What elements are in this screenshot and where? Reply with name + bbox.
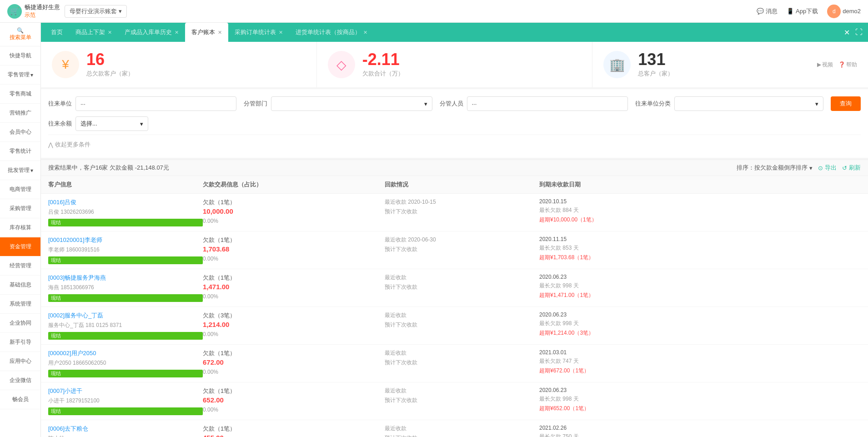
sidebar-item-app-center[interactable]: 应用中心 [0,352,40,371]
sidebar-item-finance[interactable]: 资金管理 [0,237,40,256]
sidebar-item-retail-stats[interactable]: 零售统计 [0,142,40,161]
tab-customer-ledger[interactable]: 客户账本 ✕ [185,23,228,42]
unit-class-input[interactable]: ▾ [674,96,823,111]
sidebar-item-guide[interactable]: 新手引导 [0,333,40,352]
source-unit-label: 往来单位 [48,100,72,108]
search-button[interactable]: 查询 [831,96,861,111]
customer-name-1[interactable]: [0001020001]李老师 [48,236,203,244]
user-avatar-button[interactable]: d demo2 [827,5,861,18]
filter-balance: 往来余额 选择... ▾ [48,116,861,131]
col-header-debt: 欠款交易信息（占比） [203,181,385,189]
table-header: 客户信息 欠款交易信息（占比） 回款情况 到期未收款日期 [41,176,868,194]
video-icon: ▶ [817,61,821,68]
tab-close-icon-4[interactable]: ✕ [279,30,283,35]
tab-close-icon[interactable]: ✕ [108,30,112,35]
tab-purchase-by-product[interactable]: 进货单统计表（按商品） ✕ [289,23,374,42]
sort-label: 排序：按欠款金额倒序排序 [737,164,808,172]
customer-tag-0: 现结 [48,219,203,226]
dept-arrow-icon: ▾ [424,100,427,107]
sort-select[interactable]: 排序：按欠款金额倒序排序 ▾ [737,164,813,172]
tab-purchase-stats[interactable]: 采购订单统计表 ✕ [228,23,289,42]
table-row: [000002]用户2050 用户2050 18665062050 现结 欠款（… [41,345,868,382]
sidebar-item-ecommerce[interactable]: 电商管理 [0,180,40,199]
person-input[interactable]: ··· [467,96,628,111]
sidebar-item-stock[interactable]: 库存核算 [0,218,40,237]
sidebar: 🔍 搜索菜单 快捷导航 零售管理 ▾ 零售商城 营销推广 会员中心 零售统计 [0,23,41,437]
debt-amount-0: 10,000.00 [203,207,385,215]
collapse-button[interactable]: ⋀ 收起更多条件 [48,139,861,151]
store-selector[interactable]: 母婴行业演示账套 ▾ [65,5,127,18]
customer-name-6[interactable]: [0006]去下粮仓 [48,425,203,433]
tab-fullscreen-icon[interactable]: ⛶ [853,28,864,36]
tab-close-all-icon[interactable]: ✕ [842,28,852,37]
customer-name-0[interactable]: [0016]吕俊 [48,198,203,206]
sidebar-item-member[interactable]: 会员中心 [0,123,40,142]
tab-close-icon-5[interactable]: ✕ [363,30,367,35]
sidebar-item-retail-mgmt[interactable]: 零售管理 ▾ [0,65,40,85]
col-header-due: 到期未收款日期 [539,181,861,189]
sidebar-item-retail-mall[interactable]: 零售商城 [0,85,40,104]
due-date-0: 2020.10.15 [539,198,861,205]
filter-area: 往来单位 ··· 分管部门 ▾ [41,89,868,158]
summary-card-total-customers: 🏢 131 总客户（家） ▶ 视频 ❓ 帮助 [592,42,868,87]
customer-name-2[interactable]: [0003]畅捷服务尹海燕 [48,274,203,282]
col-header-customer: 客户信息 [48,181,203,189]
sidebar-search[interactable]: 🔍 搜索菜单 [0,23,40,46]
person-label: 分管人员 [440,100,463,108]
dept-input[interactable]: ▾ [271,96,432,111]
sidebar-item-basic-info[interactable]: 基础信息 [0,276,40,295]
store-name: 母婴行业演示账套 [70,7,117,15]
sidebar-item-wholesale[interactable]: 批发管理 ▾ [0,161,40,180]
message-button[interactable]: 💬 消息 [757,7,778,15]
sidebar-item-enterprise[interactable]: 企业协同 [0,314,40,333]
tab-product-listing[interactable]: 商品上下架 ✕ [69,23,118,42]
filter-source-unit: 往来单位 ··· [48,96,236,111]
debt-info-0: 欠款（1笔） 10,000.00 0.00% [203,198,385,224]
brand-tag: 示范 [25,11,60,19]
export-icon: ⊙ [818,165,823,171]
tab-close-icon-2[interactable]: ✕ [175,30,179,35]
tab-stock-history[interactable]: 产成品入库单历史 ✕ [118,23,185,42]
export-button[interactable]: ⊙ 导出 [818,164,837,172]
sidebar-item-system[interactable]: 系统管理 [0,295,40,314]
app-download-button[interactable]: 📱 App下载 [787,7,818,15]
sidebar-item-marketing[interactable]: 营销推广 [0,104,40,123]
overdue-0[interactable]: 超期¥10,000.00（1笔） [539,216,861,224]
debt-count-0: 欠款（1笔） [203,198,385,206]
customer-name-3[interactable]: [0002]服务中心_丁磊 [48,311,203,320]
balance-select[interactable]: 选择... ▾ [75,116,148,131]
card-label-3: 总客户（家） [638,70,673,78]
card-icon-1: ¥ [52,51,79,78]
help-action[interactable]: ❓ 帮助 [838,61,857,69]
brand-name: 畅捷通好生意 [25,3,60,11]
card-number-2: -2.11 [362,51,404,68]
card-label-2: 欠款合计（万） [362,70,404,78]
sidebar-item-wechat[interactable]: 企业微信 [0,371,40,390]
table-row: [0006]去下粮仓 陈小帅 现结 欠款（1笔） 455.90 0.00% 最近… [41,420,868,437]
table-row: [0003]畅捷服务尹海燕 海燕 18513066976 现结 欠款（1笔） 1… [41,269,868,307]
refresh-button[interactable]: ↺ 刷新 [842,164,861,172]
filter-dept: 分管部门 ▾ [244,96,432,111]
table-row: [0016]吕俊 吕俊 13026203696 现结 欠款（1笔） 10,000… [41,194,868,231]
chevron-down-icon-2: ▾ [30,167,33,174]
tab-close-icon-3[interactable]: ✕ [218,30,222,35]
sidebar-item-member2[interactable]: 畅会员 [0,390,40,409]
table-row: [0001020001]李老师 李老师 18600391516 现结 欠款（1笔… [41,231,868,269]
video-action[interactable]: ▶ 视频 [817,61,833,69]
sidebar-item-operations[interactable]: 经营管理 [0,256,40,276]
source-unit-input[interactable]: ··· [75,96,236,111]
logo-icon: 🛒 [7,4,22,19]
tab-home[interactable]: 首页 [45,23,69,42]
customer-name-5[interactable]: [0007]小进干 [48,387,203,395]
help-icon: ❓ [838,61,845,68]
page-content: ¥ 16 总欠款客户（家） ◇ -2.11 欠款合计（万） [41,42,868,437]
debt-ratio-0: 0.00% [203,218,385,224]
sidebar-item-quick-nav: 快捷导航 [0,46,40,65]
customer-name-4[interactable]: [000002]用户2050 [48,349,203,357]
source-unit-dots: ··· [80,100,85,107]
customer-info-0: [0016]吕俊 吕俊 13026203696 现结 [48,198,203,226]
search-icon: 🔍 [17,27,24,34]
sidebar-item-purchase[interactable]: 采购管理 [0,199,40,218]
person-dots: ··· [472,100,477,107]
refresh-icon: ↺ [842,165,847,171]
